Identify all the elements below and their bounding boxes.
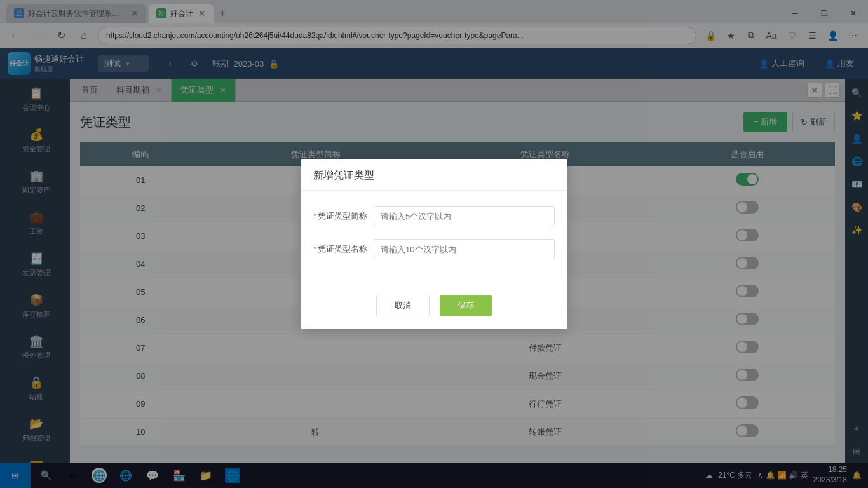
dialog-title: 新增凭证类型 [301,159,567,191]
dialog-footer: 取消 保存 [301,287,567,329]
dialog-overlay: 新增凭证类型 *凭证类型简称 *凭证类型名称 取消 保存 [0,0,868,488]
form-row-abbr: *凭证类型简称 [313,206,555,226]
name-input[interactable] [374,239,555,259]
dialog-body: *凭证类型简称 *凭证类型名称 [301,191,567,287]
form-row-name: *凭证类型名称 [313,239,555,259]
cancel-button[interactable]: 取消 [376,295,430,316]
name-label: *凭证类型名称 [313,243,374,255]
abbr-input[interactable] [374,206,555,226]
add-voucher-type-dialog: 新增凭证类型 *凭证类型简称 *凭证类型名称 取消 保存 [301,159,567,329]
abbr-label: *凭证类型简称 [313,210,374,222]
save-button[interactable]: 保存 [440,295,492,316]
